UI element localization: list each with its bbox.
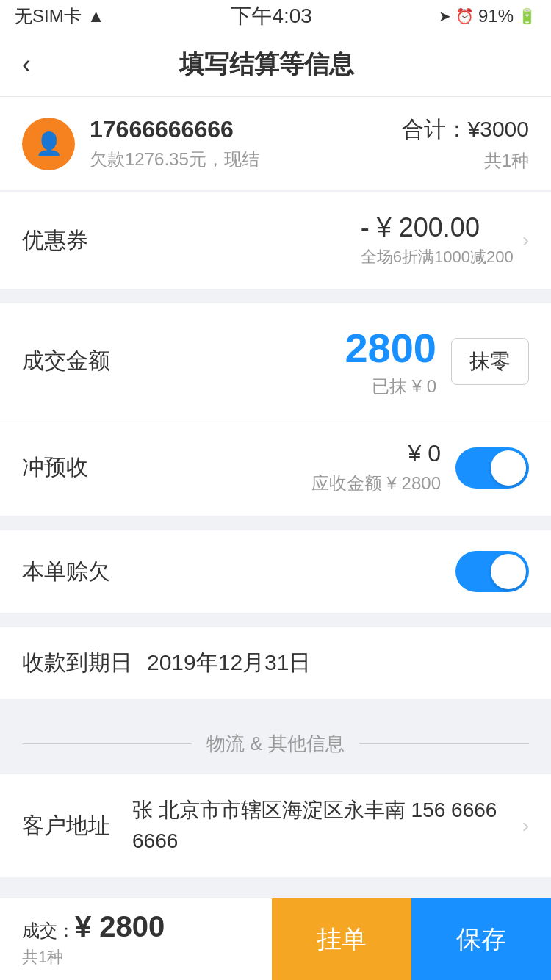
nav-title: 填写结算等信息 — [46, 48, 488, 82]
sim-status: 无SIM卡 — [15, 4, 82, 28]
summary-count: 共1种 — [22, 946, 250, 968]
deal-amount-label: 成交金额 — [22, 346, 110, 376]
location-icon: ➤ — [439, 7, 451, 25]
prepayment-label: 冲预收 — [22, 453, 88, 483]
customer-row: 👤 17666666666 欠款1276.35元，现结 合计：¥3000 共1种 — [0, 97, 551, 190]
wifi-icon: ▲ — [87, 6, 105, 26]
coupon-label: 优惠券 — [22, 226, 88, 256]
bottom-bar: 成交：¥ 2800 共1种 挂单 保存 — [0, 898, 551, 980]
divider-text: 物流 & 其他信息 — [206, 731, 345, 757]
customer-info: 17666666666 欠款1276.35元，现结 — [90, 116, 259, 171]
total-label: 合计： — [402, 117, 468, 141]
deal-amount-value: 2800 — [345, 324, 436, 372]
bottom-summary: 成交：¥ 2800 共1种 — [0, 910, 272, 968]
deal-amount-sub: 已抹 ¥ 0 — [345, 375, 436, 398]
status-bar: 无SIM卡 ▲ 下午4:03 ➤ ⏰ 91% 🔋 — [0, 0, 551, 32]
content: 👤 17666666666 欠款1276.35元，现结 合计：¥3000 共1种… — [0, 97, 551, 980]
summary-top: 成交：¥ 2800 — [22, 910, 250, 943]
due-date-label: 收款到期日 — [22, 648, 132, 678]
avatar: 👤 — [22, 118, 75, 170]
divider-section: 物流 & 其他信息 — [0, 713, 551, 774]
deal-amount-section: 成交金额 2800 已抹 ¥ 0 抹零 冲预收 ¥ 0 应收金额 ¥ 2800 — [0, 303, 551, 516]
status-time: 下午4:03 — [231, 2, 312, 30]
status-right: ➤ ⏰ 91% 🔋 — [439, 6, 536, 26]
amount-text: 2800 已抹 ¥ 0 — [345, 324, 436, 398]
back-button[interactable]: ‹ — [22, 49, 31, 80]
coupon-desc: 全场6折满1000减200 — [361, 246, 514, 268]
divider-line-right — [359, 743, 529, 744]
debt-section: 本单赊欠 — [0, 530, 551, 613]
prepay-text: ¥ 0 应收金额 ¥ 2800 — [311, 440, 441, 495]
total-amount: 合计：¥3000 — [402, 115, 529, 145]
deal-amount-right: 2800 已抹 ¥ 0 抹零 — [345, 324, 529, 398]
summary-amount: ¥ 2800 — [75, 910, 165, 943]
due-date-row: 收款到期日 2019年12月31日 — [0, 627, 551, 699]
deal-amount-row: 成交金额 2800 已抹 ¥ 0 抹零 — [0, 303, 551, 419]
status-left: 无SIM卡 ▲ — [15, 4, 104, 28]
alarm-icon: ⏰ — [455, 7, 474, 25]
nav-bar: ‹ 填写结算等信息 — [0, 32, 551, 97]
total-count: 共1种 — [402, 149, 529, 173]
hang-button[interactable]: 挂单 — [272, 898, 411, 981]
avatar-icon: 👤 — [35, 131, 62, 156]
prepay-amount: ¥ 0 — [311, 440, 441, 467]
coupon-discount-container: - ¥ 200.00 全场6折满1000减200 — [361, 212, 514, 268]
address-value: 张 北京市市辖区海淀区永丰南 156 6666 6666 — [132, 795, 522, 857]
summary-label: 成交： — [22, 920, 75, 940]
due-date-value: 2019年12月31日 — [147, 648, 311, 678]
coupon-right: - ¥ 200.00 全场6折满1000减200 › — [361, 212, 529, 268]
address-label: 客户地址 — [22, 811, 110, 841]
coupon-discount: - ¥ 200.00 — [361, 212, 514, 243]
battery-icon: 🔋 — [518, 7, 536, 25]
prepay-right: ¥ 0 应收金额 ¥ 2800 — [311, 440, 529, 495]
customer-phone: 17666666666 — [90, 116, 259, 143]
coupon-row[interactable]: 优惠券 - ¥ 200.00 全场6折满1000减200 › — [0, 192, 551, 289]
customer-left: 👤 17666666666 欠款1276.35元，现结 — [22, 116, 259, 171]
debt-toggle[interactable] — [455, 551, 529, 592]
total-value: ¥3000 — [468, 117, 529, 141]
prepayment-row: 冲预收 ¥ 0 应收金额 ¥ 2800 — [0, 419, 551, 516]
battery-level: 91% — [478, 6, 514, 26]
prepay-sub: 应收金额 ¥ 2800 — [311, 472, 441, 495]
debt-label: 本单赊欠 — [22, 557, 110, 587]
round-zero-button[interactable]: 抹零 — [451, 338, 529, 385]
customer-debt: 欠款1276.35元，现结 — [90, 148, 259, 171]
address-row[interactable]: 客户地址 张 北京市市辖区海淀区永丰南 156 6666 6666 › — [0, 774, 551, 877]
prepayment-toggle[interactable] — [455, 447, 529, 489]
chevron-right-icon: › — [522, 228, 529, 252]
customer-total: 合计：¥3000 共1种 — [402, 115, 529, 173]
save-button[interactable]: 保存 — [411, 898, 551, 981]
divider-line-left — [22, 743, 192, 744]
debt-row: 本单赊欠 — [0, 530, 551, 613]
address-chevron-icon: › — [522, 814, 529, 837]
